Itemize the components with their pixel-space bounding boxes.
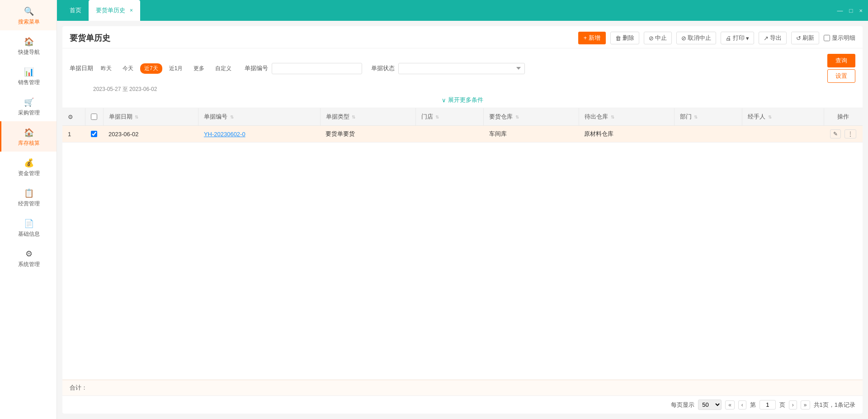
refresh-button[interactable]: ↺ 刷新 — [791, 32, 819, 44]
sidebar-item-quick-nav[interactable]: 🏠 快捷导航 — [0, 30, 57, 61]
page-label: 第 — [750, 401, 756, 409]
new-button[interactable]: + 新增 — [578, 32, 606, 44]
expand-row: ∨ 展开更多条件 — [70, 96, 855, 104]
per-page-select[interactable]: 50 10 20 100 — [698, 400, 722, 410]
col-type[interactable]: 单据类型 ⇅ — [320, 108, 415, 126]
expand-conditions-btn[interactable]: ∨ 展开更多条件 — [442, 96, 483, 104]
date-btn-yesterday[interactable]: 昨天 — [97, 63, 116, 74]
tab-home[interactable]: 首页 — [62, 0, 89, 21]
sidebar-item-label: 资金管理 — [18, 170, 40, 177]
row-ops: ✎ ⋮ — [824, 126, 863, 143]
sidebar-item-operations[interactable]: 📋 经营管理 — [0, 182, 57, 212]
sidebar-item-label: 库存核算 — [18, 139, 40, 147]
row-checkbox[interactable] — [91, 131, 97, 137]
row-handler — [742, 126, 824, 143]
row-date: 2023-06-02 — [103, 126, 198, 143]
clipboard-icon: 📋 — [24, 188, 34, 198]
cart-icon: 🛒 — [24, 97, 34, 107]
sort-department-icon: ⇅ — [694, 114, 698, 119]
row-req-warehouse: 车间库 — [484, 126, 579, 143]
sidebar-item-label: 基础信息 — [18, 230, 40, 238]
per-page-label: 每页显示 — [671, 401, 694, 409]
total-info: 共1页，1条记录 — [814, 401, 855, 409]
export-button[interactable]: ↗ 导出 — [759, 32, 787, 44]
export-label: 导出 — [770, 34, 782, 42]
display-detail-toggle[interactable]: 显示明细 — [824, 34, 855, 42]
display-detail-label: 显示明细 — [832, 34, 855, 42]
status-label: 单据状态 — [371, 64, 395, 72]
settings-button[interactable]: 设置 — [827, 69, 855, 83]
first-page-btn[interactable]: « — [725, 400, 735, 409]
sidebar-item-label: 系统管理 — [18, 261, 40, 268]
date-btn-custom[interactable]: 自定义 — [211, 63, 236, 74]
date-btn-today[interactable]: 今天 — [118, 63, 137, 74]
col-number[interactable]: 单据编号 ⇅ — [198, 108, 320, 126]
main-area: 首页 要货单历史 × — □ × 要货单历史 + 新增 🗑 删除 — [57, 0, 868, 419]
topbar: 首页 要货单历史 × — □ × — [57, 0, 868, 21]
tab-close-icon[interactable]: × — [130, 7, 133, 14]
window-close-btn[interactable]: × — [859, 7, 863, 14]
tab-requisition-history[interactable]: 要货单历史 × — [89, 0, 140, 21]
sidebar-item-sales[interactable]: 📊 销售管理 — [0, 61, 57, 91]
warehouse-icon: 🏠 — [24, 128, 34, 138]
print-button[interactable]: 🖨 打印 ▾ — [721, 32, 754, 44]
col-handler-label: 经手人 — [748, 113, 765, 120]
col-settings[interactable]: ⚙ — [62, 108, 85, 126]
docnum-input[interactable] — [272, 63, 362, 74]
col-department[interactable]: 部门 ⇅ — [674, 108, 742, 126]
row-pending-warehouse: 原材料仓库 — [579, 126, 674, 143]
col-date[interactable]: 单据日期 ⇅ — [103, 108, 198, 126]
table-body: 1 2023-06-02 YH-20230602-0 要货单要货 车间库 — [62, 126, 863, 143]
row-number: YH-20230602-0 — [198, 126, 320, 143]
query-button[interactable]: 查询 — [827, 54, 855, 67]
table-header-row: ⚙ 单据日期 ⇅ 单据编号 ⇅ — [62, 108, 863, 126]
filter-date-group: 单据日期 昨天 今天 近7天 近1月 更多 自定义 — [70, 63, 236, 74]
sidebar-item-search[interactable]: 🔍 搜索菜单 — [0, 0, 57, 30]
tab-home-label: 首页 — [70, 6, 81, 14]
row-more-btn[interactable]: ⋮ — [844, 129, 856, 138]
last-page-btn[interactable]: » — [801, 400, 810, 409]
col-handler[interactable]: 经手人 ⇅ — [742, 108, 824, 126]
doc-icon: 📄 — [24, 219, 34, 229]
table-footer: 合计： — [62, 380, 863, 395]
window-maximize-btn[interactable]: □ — [849, 7, 853, 14]
delete-icon: 🗑 — [615, 35, 621, 42]
content-area: 要货单历史 + 新增 🗑 删除 ⊘ 中止 ⊘ 取消中止 — [57, 21, 868, 419]
display-detail-checkbox[interactable] — [824, 35, 830, 41]
sidebar-item-inventory[interactable]: 🏠 库存核算 — [0, 121, 57, 152]
sidebar: 🔍 搜索菜单 🏠 快捷导航 📊 销售管理 🛒 采购管理 🏠 库存核算 💰 资金管… — [0, 0, 57, 419]
page-number-input[interactable] — [760, 400, 776, 409]
sidebar-item-purchase[interactable]: 🛒 采购管理 — [0, 91, 57, 121]
status-select[interactable] — [398, 63, 525, 74]
sidebar-item-basic[interactable]: 📄 基础信息 — [0, 212, 57, 243]
date-btn-more[interactable]: 更多 — [189, 63, 208, 74]
row-edit-btn[interactable]: ✎ — [830, 129, 841, 138]
col-req-warehouse[interactable]: 要货仓库 ⇅ — [484, 108, 579, 126]
next-page-btn[interactable]: › — [789, 400, 797, 409]
docnum-label: 单据编号 — [245, 64, 268, 72]
row-num: 1 — [62, 126, 85, 143]
sidebar-item-label: 采购管理 — [18, 109, 40, 117]
row-number-link[interactable]: YH-20230602-0 — [204, 131, 245, 138]
sidebar-item-system[interactable]: ⚙ 系统管理 — [0, 243, 57, 273]
row-store — [415, 126, 483, 143]
delete-label: 删除 — [623, 34, 634, 42]
sort-handler-icon: ⇅ — [768, 114, 772, 119]
stop-button[interactable]: ⊘ 中止 — [644, 32, 672, 44]
prev-page-btn[interactable]: ‹ — [738, 400, 746, 409]
cancel-stop-button[interactable]: ⊘ 取消中止 — [676, 32, 716, 44]
sidebar-item-label: 销售管理 — [18, 79, 40, 86]
date-btn-1month[interactable]: 近1月 — [165, 63, 187, 74]
window-minimize-btn[interactable]: — — [837, 7, 843, 14]
select-all-checkbox[interactable] — [91, 114, 97, 120]
export-icon: ↗ — [764, 35, 769, 42]
date-btn-7days[interactable]: 近7天 — [140, 63, 162, 74]
sidebar-item-finance[interactable]: 💰 资金管理 — [0, 152, 57, 182]
col-store[interactable]: 门店 ⇅ — [415, 108, 483, 126]
col-pending-warehouse[interactable]: 待出仓库 ⇅ — [579, 108, 674, 126]
delete-button[interactable]: 🗑 删除 — [610, 32, 639, 44]
sort-number-icon: ⇅ — [230, 114, 234, 119]
refresh-icon: ↺ — [796, 35, 801, 42]
page-container: 要货单历史 + 新增 🗑 删除 ⊘ 中止 ⊘ 取消中止 — [62, 26, 863, 414]
settings-icon[interactable]: ⚙ — [68, 114, 73, 120]
